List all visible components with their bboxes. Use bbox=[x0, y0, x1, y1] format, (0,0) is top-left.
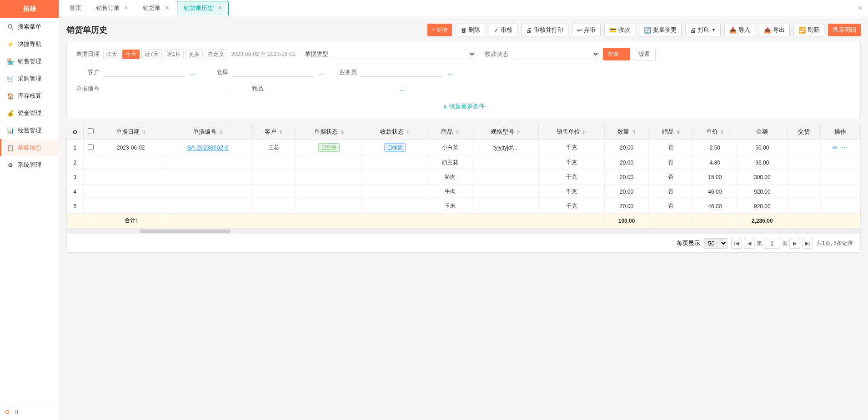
th-customer[interactable]: 客户 ⇅ bbox=[252, 124, 296, 140]
select-all-checkbox[interactable] bbox=[88, 128, 94, 134]
sidebar-item-finance-mgmt[interactable]: 💰 资金管理 bbox=[0, 105, 59, 122]
setting-icon: ⚙ bbox=[7, 161, 14, 169]
th-price[interactable]: 单价 ⇅ bbox=[693, 124, 737, 140]
salesperson-input[interactable] bbox=[361, 68, 442, 77]
sidebar-gear-icon[interactable]: ⚙ bbox=[5, 409, 10, 415]
summary-row: 合计: 100.00 2,286.00 bbox=[67, 214, 860, 228]
export-button[interactable]: 📤 导出 bbox=[759, 24, 790, 36]
print-button[interactable]: 🖨 打印 ▼ bbox=[685, 24, 721, 36]
row-collect-status-4 bbox=[362, 185, 428, 199]
edit-icon-1[interactable]: ✏ bbox=[833, 144, 838, 151]
customer-input[interactable] bbox=[103, 68, 185, 77]
th-gear[interactable]: ⚙ bbox=[67, 124, 83, 140]
audit-button[interactable]: ✓ 审核 bbox=[489, 24, 517, 36]
filter-row-2: 客户 ... 仓库 ... 业务员 ... bbox=[74, 68, 853, 77]
th-collect-status[interactable]: 收款状态 ⇅ bbox=[362, 124, 428, 140]
warehouse-input[interactable] bbox=[232, 68, 314, 77]
goods-more-icon[interactable]: ... bbox=[400, 85, 405, 92]
next-page-button[interactable]: ▶ bbox=[789, 238, 800, 249]
th-doc-status[interactable]: 单据状态 ⇅ bbox=[296, 124, 362, 140]
import-button[interactable]: 📥 导入 bbox=[724, 24, 755, 36]
tab-sales-history-close[interactable]: ✕ bbox=[218, 5, 222, 11]
sidebar-item-sales-mgmt[interactable]: 🏪 销售管理 bbox=[0, 53, 59, 70]
tab-sales-order-close[interactable]: ✕ bbox=[124, 5, 128, 11]
th-collect-status-label: 收款状态 bbox=[380, 128, 404, 135]
customer-more-icon[interactable]: ... bbox=[191, 69, 196, 76]
batch-change-button[interactable]: 🔄 批量变更 bbox=[639, 24, 682, 36]
table-row: 2 西兰花 千克 20.00 否 bbox=[67, 155, 860, 170]
last-page-button[interactable]: ▶| bbox=[802, 238, 813, 249]
settings-button[interactable]: 设置 bbox=[634, 48, 656, 60]
page-header: 销货单历史 + 新增 🗑 删除 ✓ 审核 🖨 审核并打印 bbox=[66, 24, 861, 36]
sidebar-pause-icon[interactable]: ⏸ bbox=[14, 409, 20, 415]
page-size-select[interactable]: 50 100 200 bbox=[704, 238, 728, 249]
salesperson-more-icon[interactable]: ... bbox=[448, 69, 453, 76]
date-buttons: 昨天 今天 近7天 近1月 更多 自定义 2023-06-02 至 2023-0… bbox=[103, 50, 296, 59]
th-gift[interactable]: 赠品 ⇅ bbox=[649, 124, 693, 140]
horizontal-scrollbar bbox=[67, 228, 860, 234]
collect-status-label: 收款状态 bbox=[483, 50, 508, 58]
filter-collect-status-item: 收款状态 查询 设置 bbox=[483, 48, 656, 60]
doc-no-input[interactable] bbox=[103, 84, 231, 93]
delete-button[interactable]: 🗑 删除 bbox=[456, 24, 485, 36]
th-spec[interactable]: 规格型号 ⇅ bbox=[472, 124, 538, 140]
th-unit-label: 销售单位 bbox=[557, 128, 580, 135]
tab-sales-goods[interactable]: 销货单 ✕ bbox=[136, 1, 176, 15]
sidebar-item-system-mgmt[interactable]: ⚙ 系统管理 bbox=[0, 156, 59, 174]
close-all-tabs[interactable]: ✕ bbox=[856, 3, 864, 13]
goods-label: 商品 bbox=[238, 85, 263, 93]
show-detail-button[interactable]: 显示明细 bbox=[828, 24, 861, 36]
tab-home[interactable]: 首页 bbox=[63, 1, 88, 15]
new-button[interactable]: + 新增 bbox=[427, 24, 452, 36]
date-btn-custom[interactable]: 自定义 bbox=[205, 50, 227, 59]
row-num-4: 4 bbox=[67, 185, 83, 199]
date-btn-yesterday[interactable]: 昨天 bbox=[103, 50, 120, 59]
sort-qty-icon: ⇅ bbox=[632, 130, 636, 135]
gear-settings-icon[interactable]: ⚙ bbox=[72, 129, 78, 135]
th-amount-label: 金额 bbox=[756, 128, 768, 135]
th-doc-no[interactable]: 单据编号 ⇅ bbox=[164, 124, 251, 140]
page-number-input[interactable] bbox=[764, 238, 780, 249]
row-collect-status-5 bbox=[362, 199, 428, 214]
tab-sales-order[interactable]: 销售订单 ✕ bbox=[89, 1, 135, 15]
abandon-button[interactable]: ↩ 弃审 bbox=[572, 24, 601, 36]
row-goods-4: 牛肉 bbox=[428, 185, 472, 199]
collect-status-select[interactable] bbox=[512, 49, 599, 59]
date-btn-more[interactable]: 更多 bbox=[186, 50, 203, 59]
sidebar-item-inventory[interactable]: 🏠 库存核算 bbox=[0, 87, 59, 105]
sidebar-item-search-menu[interactable]: 搜索菜单 bbox=[0, 18, 59, 35]
doc-no-link-1[interactable]: SA-20230602-0 bbox=[187, 144, 228, 151]
first-page-button[interactable]: |◀ bbox=[731, 238, 742, 249]
sidebar-item-basic-info[interactable]: 📋 基础信息 bbox=[0, 139, 59, 156]
prev-page-button[interactable]: ◀ bbox=[744, 238, 755, 249]
row-doc-status-1: 已生效 bbox=[296, 140, 362, 155]
date-btn-7days[interactable]: 近7天 bbox=[141, 50, 162, 59]
row-doc-no-4 bbox=[164, 185, 251, 199]
row-gift-5: 否 bbox=[649, 199, 693, 214]
row-price-2: 4.80 bbox=[693, 155, 737, 170]
warehouse-more-icon[interactable]: ... bbox=[319, 69, 324, 76]
tab-sales-history[interactable]: 销货单历史 ✕ bbox=[177, 1, 229, 15]
tab-sales-goods-close[interactable]: ✕ bbox=[165, 5, 169, 11]
collect-button[interactable]: 💳 收款 bbox=[604, 24, 635, 36]
sidebar-item-purchase-mgmt[interactable]: 🛒 采购管理 bbox=[0, 70, 59, 87]
doc-status-badge-1: 已生效 bbox=[318, 143, 340, 152]
th-date[interactable]: 单据日期 ⇅ bbox=[98, 124, 164, 140]
row-1-checkbox[interactable] bbox=[88, 144, 94, 150]
collapse-button[interactable]: ∧ 收起更多条件 bbox=[443, 100, 485, 112]
query-button[interactable]: 查询 bbox=[603, 48, 630, 60]
refresh-button[interactable]: 🔁 刷新 bbox=[793, 24, 824, 36]
sidebar-item-quick-nav[interactable]: ⚡ 快捷导航 bbox=[0, 35, 59, 53]
th-goods[interactable]: 商品 ⇅ bbox=[428, 124, 472, 140]
date-btn-1month[interactable]: 近1月 bbox=[164, 50, 184, 59]
audit-print-label: 审核并打印 bbox=[534, 26, 563, 34]
th-unit[interactable]: 销售单位 ⇅ bbox=[538, 124, 604, 140]
goods-input[interactable] bbox=[267, 84, 394, 93]
date-btn-today[interactable]: 今天 bbox=[122, 50, 140, 59]
customer-label: 客户 bbox=[74, 68, 100, 76]
audit-print-button[interactable]: 🖨 审核并打印 bbox=[521, 24, 568, 36]
more-action-icon-1[interactable]: ⋯ bbox=[842, 144, 848, 151]
doc-type-select[interactable] bbox=[332, 49, 476, 59]
sidebar-item-operation-mgmt[interactable]: 📊 经营管理 bbox=[0, 122, 59, 139]
th-qty[interactable]: 数量 ⇅ bbox=[604, 124, 648, 140]
